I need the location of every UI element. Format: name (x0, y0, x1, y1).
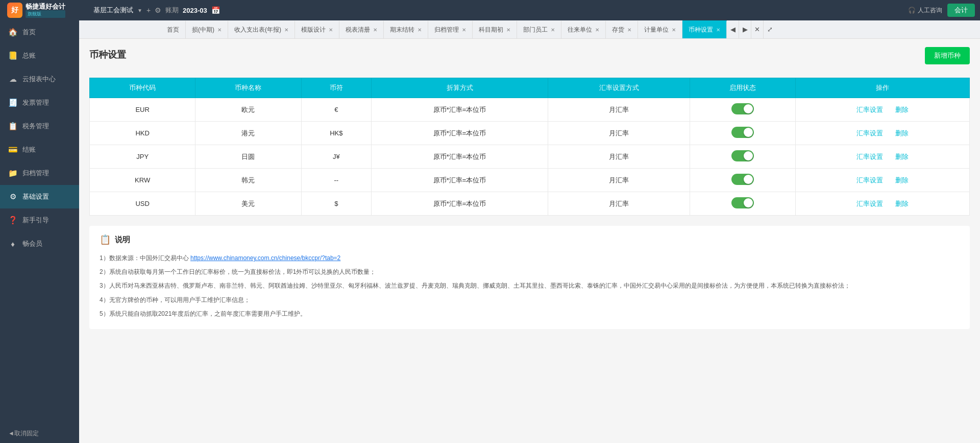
sidebar-item-guide[interactable]: ❓ 新手引导 (0, 208, 79, 232)
delete-link-4[interactable]: 删除 (895, 200, 909, 207)
tab-template-close[interactable]: ✕ (329, 27, 333, 33)
company-name[interactable]: 基层工会测试 (93, 6, 133, 15)
tab-expand-button[interactable]: ⤢ (764, 20, 776, 38)
tab-unit-close[interactable]: ✕ (672, 27, 676, 33)
tab-tax[interactable]: 税表清册 ✕ (339, 20, 384, 38)
delete-link-3[interactable]: 删除 (895, 176, 909, 184)
tab-contacts[interactable]: 往来单位 ✕ (561, 20, 606, 38)
tab-tax-close[interactable]: ✕ (373, 27, 377, 33)
table-row: KRW 韩元 -- 原币*汇率=本位币 月汇率 汇率设置 删除 (90, 169, 970, 192)
tab-loss-close[interactable]: ✕ (217, 27, 222, 33)
toggle-0[interactable] (731, 103, 754, 114)
rate-setting-link-1[interactable]: 汇率设置 (856, 129, 883, 137)
tab-archive[interactable]: 归档管理 ✕ (428, 20, 473, 38)
support-button[interactable]: 🎧 人工咨询 (908, 6, 942, 15)
tab-period-close[interactable]: ✕ (418, 27, 422, 33)
company-dropdown-icon[interactable]: ▼ (137, 8, 142, 13)
rate-setting-link-3[interactable]: 汇率设置 (856, 176, 883, 184)
tab-income[interactable]: 收入支出表(年报) ✕ (228, 20, 295, 38)
tab-subject[interactable]: 科目期初 ✕ (473, 20, 517, 38)
cell-status-3[interactable] (690, 169, 795, 192)
sidebar-item-ledger[interactable]: 📒 总账 (0, 44, 79, 67)
tab-inventory[interactable]: 存货 ✕ (606, 20, 638, 38)
toggle-thumb-3 (744, 175, 753, 184)
sidebar-item-home[interactable]: 🏠 首页 (0, 20, 79, 44)
tab-bar: 首页 损(中期) ✕ 收入支出表(年报) ✕ 模版设计 ✕ 税表清册 ✕ 期末结… (79, 20, 980, 39)
tab-period-label: 期末结转 (390, 26, 414, 34)
sidebar-label-ledger: 总账 (22, 51, 36, 60)
tab-unit[interactable]: 计量单位 ✕ (638, 20, 682, 38)
col-status: 启用状态 (690, 78, 795, 98)
tab-loss[interactable]: 损(中期) ✕ (186, 20, 228, 38)
tab-archive-close[interactable]: ✕ (462, 27, 466, 33)
sidebar-item-settings[interactable]: ⚙ 基础设置 (0, 185, 79, 208)
sidebar-label-member: 畅会员 (22, 239, 42, 248)
calendar-icon[interactable]: 📅 (211, 6, 220, 14)
pin-toggle-button[interactable]: ◄取消固定 (0, 424, 79, 443)
sidebar-item-reports[interactable]: ☁ 云报表中心 (0, 67, 79, 91)
tab-income-close[interactable]: ✕ (284, 27, 288, 33)
tab-subject-close[interactable]: ✕ (506, 27, 510, 33)
period-label: 账期 (165, 6, 179, 15)
delete-link-1[interactable]: 删除 (895, 129, 909, 137)
cell-action-4: 汇率设置 删除 (795, 192, 969, 216)
notes-item-1: 2）系统自动获取每月第一个工作日的汇率标价，统一为直接标价法，即1外币可以兑换的… (100, 265, 960, 279)
cell-status-0[interactable] (690, 98, 795, 122)
rate-setting-link-2[interactable]: 汇率设置 (856, 153, 883, 160)
cell-symbol-1: HK$ (301, 122, 371, 145)
tab-currency-label: 币种设置 (689, 26, 713, 34)
cell-status-4[interactable] (690, 192, 795, 216)
sidebar-item-invoice[interactable]: 🧾 发票管理 (0, 91, 79, 114)
sidebar-item-tax[interactable]: 📋 税务管理 (0, 114, 79, 138)
cell-rate-type-1: 月汇率 (548, 122, 690, 145)
notes-item-0: 1）数据来源：中国外汇交易中心 https://www.chinamoney.c… (100, 251, 960, 265)
delete-link-2[interactable]: 删除 (895, 153, 909, 160)
notes-icon: 📋 (100, 234, 111, 245)
gear-icon: ⚙ (8, 192, 17, 201)
settings-icon[interactable]: ⚙ (155, 6, 161, 14)
toggle-1[interactable] (731, 127, 754, 138)
tab-home[interactable]: 首页 (161, 20, 186, 38)
tax-icon: 📋 (8, 122, 17, 131)
toggle-4[interactable] (731, 197, 754, 208)
tab-contacts-label: 往来单位 (568, 26, 592, 34)
tab-contacts-close[interactable]: ✕ (595, 27, 599, 33)
tab-inventory-close[interactable]: ✕ (627, 27, 631, 33)
sidebar-item-member[interactable]: ♦ 畅会员 (0, 232, 79, 255)
tab-prev-button[interactable]: ◀ (727, 20, 739, 38)
logo: 好 畅捷通好会计 旗舰版 (5, 3, 84, 18)
cell-code-1: HKD (90, 122, 195, 145)
new-currency-button[interactable]: 新增币种 (925, 47, 970, 64)
tab-dept[interactable]: 部门员工 ✕ (517, 20, 561, 38)
tab-currency[interactable]: 币种设置 ✕ (682, 20, 727, 38)
tab-dept-close[interactable]: ✕ (551, 27, 555, 33)
tab-template[interactable]: 模版设计 ✕ (295, 20, 339, 38)
cell-symbol-0: € (301, 98, 371, 122)
tab-period[interactable]: 期末结转 ✕ (384, 20, 428, 38)
toggle-track-2 (731, 150, 754, 161)
accounting-button[interactable]: 会计 (947, 4, 975, 17)
sidebar-label-checkout: 结账 (22, 145, 36, 154)
toggle-2[interactable] (731, 150, 754, 161)
sidebar-item-archive[interactable]: 📁 归档管理 (0, 161, 79, 185)
tab-close-all-button[interactable]: ✕ (751, 20, 764, 38)
cell-rate-type-4: 月汇率 (548, 192, 690, 216)
toggle-track-0 (731, 103, 754, 114)
table-row: HKD 港元 HK$ 原币*汇率=本位币 月汇率 汇率设置 删除 (90, 122, 970, 145)
delete-link-0[interactable]: 删除 (895, 106, 909, 113)
tab-currency-close[interactable]: ✕ (716, 27, 720, 33)
top-bar-actions: 🎧 人工咨询 会计 (908, 4, 975, 17)
add-tab-button[interactable]: + (146, 6, 151, 14)
cell-status-2[interactable] (690, 145, 795, 169)
rate-setting-link-0[interactable]: 汇率设置 (856, 106, 883, 113)
sidebar-item-checkout[interactable]: 💳 结账 (0, 138, 79, 161)
top-bar: 好 畅捷通好会计 旗舰版 基层工会测试 ▼ + ⚙ 账期 2023-03 📅 🎧… (0, 0, 980, 20)
currency-table: 币种代码 币种名称 币符 折算方式 汇率设置方式 启用状态 操作 EUR 欧元 … (89, 78, 970, 216)
cell-calc-0: 原币*汇率=本位币 (371, 98, 548, 122)
rate-setting-link-4[interactable]: 汇率设置 (856, 200, 883, 207)
cell-status-1[interactable] (690, 122, 795, 145)
notes-link[interactable]: https://www.chinamoney.com.cn/chinese/bk… (190, 254, 340, 262)
tab-next-button[interactable]: ▶ (739, 20, 751, 38)
member-icon: ♦ (8, 239, 17, 248)
toggle-3[interactable] (731, 174, 754, 185)
